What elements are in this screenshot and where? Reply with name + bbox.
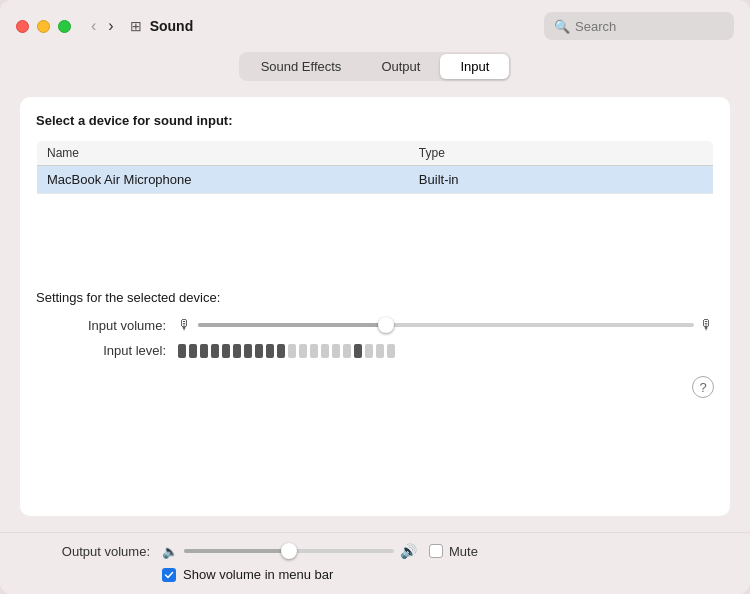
input-level-label: Input level: xyxy=(36,343,166,358)
level-bar-1 xyxy=(178,344,186,358)
level-bar-20 xyxy=(387,344,395,358)
device-name-cell: MacBook Air Microphone xyxy=(37,166,409,194)
level-bar-10 xyxy=(277,344,285,358)
menu-bar-checkbox[interactable] xyxy=(162,568,176,582)
tab-group: Sound Effects Output Input xyxy=(239,52,512,81)
tab-sound-effects[interactable]: Sound Effects xyxy=(241,54,362,79)
device-extra-cell xyxy=(646,166,714,194)
level-bar-3 xyxy=(200,344,208,358)
mic-high-icon: 🎙 xyxy=(700,317,714,333)
output-volume-track[interactable] xyxy=(184,549,394,553)
help-button[interactable]: ? xyxy=(692,376,714,398)
level-bar-18 xyxy=(365,344,373,358)
level-bars xyxy=(178,344,395,358)
level-bar-4 xyxy=(211,344,219,358)
output-volume-row: Output volume: 🔈 🔊 Mute xyxy=(20,543,730,559)
level-bar-19 xyxy=(376,344,384,358)
col-header-name: Name xyxy=(37,141,409,166)
table-row[interactable]: MacBook Air Microphone Built-in xyxy=(37,166,714,194)
level-bar-11 xyxy=(288,344,296,358)
minimize-button[interactable] xyxy=(37,20,50,33)
checkmark-icon xyxy=(164,570,174,580)
volume-high-icon: 🔊 xyxy=(400,543,417,559)
back-button[interactable]: ‹ xyxy=(87,16,100,36)
menu-bar-row: Show volume in menu bar xyxy=(20,567,730,582)
level-bar-13 xyxy=(310,344,318,358)
settings-title: Settings for the selected device: xyxy=(36,290,714,305)
search-box[interactable]: 🔍 xyxy=(544,12,734,40)
device-type-cell: Built-in xyxy=(409,166,646,194)
mute-checkbox[interactable] xyxy=(429,544,443,558)
mic-low-icon: 🎙 xyxy=(178,317,192,333)
col-header-extra xyxy=(646,141,714,166)
mute-area: Mute xyxy=(429,544,478,559)
level-bar-14 xyxy=(321,344,329,358)
level-bar-2 xyxy=(189,344,197,358)
nav-buttons: ‹ › xyxy=(87,16,118,36)
traffic-lights xyxy=(16,20,71,33)
mute-label: Mute xyxy=(449,544,478,559)
volume-low-icon: 🔈 xyxy=(162,544,178,559)
bottom-bar: Output volume: 🔈 🔊 Mute Show volume in m… xyxy=(0,532,750,594)
panel: Select a device for sound input: Name Ty… xyxy=(20,97,730,516)
output-volume-fill xyxy=(184,549,289,553)
level-bar-15 xyxy=(332,344,340,358)
main-content: Sound Effects Output Input Select a devi… xyxy=(0,52,750,532)
input-volume-row: Input volume: 🎙 🎙 xyxy=(36,317,714,333)
level-bar-16 xyxy=(343,344,351,358)
input-volume-slider-container: 🎙 🎙 xyxy=(178,317,714,333)
search-input[interactable] xyxy=(575,19,724,34)
level-bar-8 xyxy=(255,344,263,358)
level-bar-17 xyxy=(354,344,362,358)
app-grid-icon[interactable]: ⊞ xyxy=(130,18,142,34)
title-bar: ‹ › ⊞ Sound 🔍 xyxy=(0,0,750,52)
input-volume-label: Input volume: xyxy=(36,318,166,333)
forward-button[interactable]: › xyxy=(104,16,117,36)
device-table: Name Type MacBook Air Microphone Built-i… xyxy=(36,140,714,274)
input-level-row: Input level: xyxy=(36,343,714,358)
main-window: ‹ › ⊞ Sound 🔍 Sound Effects Output Input… xyxy=(0,0,750,594)
output-volume-label: Output volume: xyxy=(20,544,150,559)
tab-input[interactable]: Input xyxy=(440,54,509,79)
input-volume-track[interactable] xyxy=(198,323,694,327)
settings-section: Settings for the selected device: Input … xyxy=(36,290,714,368)
empty-row xyxy=(37,194,714,274)
tab-output[interactable]: Output xyxy=(361,54,440,79)
help-area: ? xyxy=(36,376,714,398)
panel-title: Select a device for sound input: xyxy=(36,113,714,128)
col-header-type: Type xyxy=(409,141,646,166)
menu-bar-label: Show volume in menu bar xyxy=(183,567,333,582)
level-bar-7 xyxy=(244,344,252,358)
tabs: Sound Effects Output Input xyxy=(20,52,730,81)
level-bar-6 xyxy=(233,344,241,358)
level-bar-12 xyxy=(299,344,307,358)
output-volume-thumb[interactable] xyxy=(281,543,297,559)
window-title: Sound xyxy=(150,18,194,34)
level-bar-9 xyxy=(266,344,274,358)
input-volume-thumb[interactable] xyxy=(378,317,394,333)
level-bar-5 xyxy=(222,344,230,358)
input-volume-fill xyxy=(198,323,386,327)
search-icon: 🔍 xyxy=(554,19,570,34)
maximize-button[interactable] xyxy=(58,20,71,33)
close-button[interactable] xyxy=(16,20,29,33)
